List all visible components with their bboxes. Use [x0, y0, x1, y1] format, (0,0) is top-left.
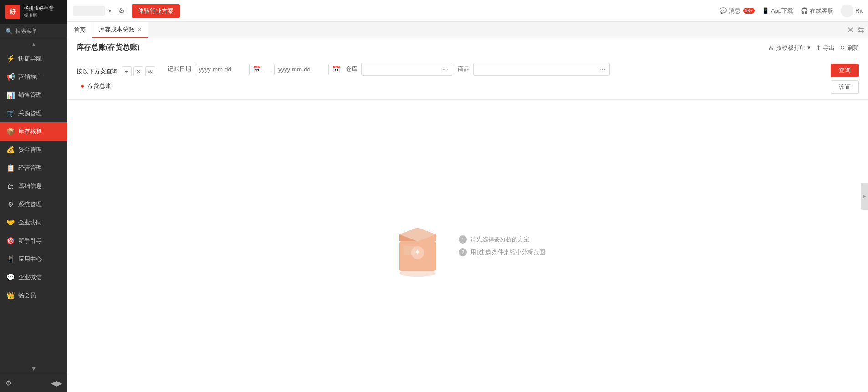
sidebar-search[interactable]: 🔍 搜索菜单: [0, 24, 67, 39]
print-icon: 🖨: [768, 44, 774, 51]
sidebar-item-label: 应用中心: [18, 255, 42, 263]
print-label: 按模板打印: [776, 44, 806, 52]
sidebar-bottom: ⚙ ◀▶: [0, 374, 67, 392]
user-area[interactable]: Rit: [841, 5, 863, 17]
sidebar-item-app-center[interactable]: 📱 应用中心: [0, 250, 67, 268]
hint-text-2: 用[过滤]条件来缩小分析范围: [470, 248, 545, 256]
collapse-scheme-btn[interactable]: ≪: [145, 66, 155, 76]
scheme-icon: ●: [80, 82, 85, 90]
sidebar-item-guide[interactable]: 🎯 新手引导: [0, 232, 67, 250]
export-btn[interactable]: ⬆ 导出: [816, 44, 835, 52]
export-label: 导出: [823, 44, 835, 52]
tab-inventory-cost[interactable]: 库存成本总账 ✕: [92, 22, 148, 38]
quick-nav-icon: ⚡: [6, 55, 15, 63]
sidebar-item-basic-info[interactable]: 🗂 基础信息: [0, 177, 67, 195]
query-btn[interactable]: 查询: [831, 64, 859, 77]
nav-placeholder: [73, 6, 105, 16]
sidebar-item-label: 营销推广: [18, 73, 42, 81]
main-content: ▾ ⚙ 体验行业方案 💬 消息 99+ 📱 App下载 🎧 在线客服 Rit: [67, 0, 868, 392]
goods-select[interactable]: ···: [473, 63, 610, 76]
tab-close-icon[interactable]: ✕: [137, 26, 142, 33]
print-btn[interactable]: 🖨 按模板打印 ▾: [768, 44, 811, 52]
app-download-item[interactable]: 📱 App下载: [762, 7, 793, 15]
empty-illustration: ✦: [390, 219, 445, 273]
sidebar-item-funds[interactable]: 💰 资金管理: [0, 141, 67, 159]
date-end-input[interactable]: [274, 64, 329, 75]
hint-text-1: 请先选择要分析的方案: [470, 235, 530, 244]
user-name: Rit: [855, 7, 863, 14]
dropdown-btn[interactable]: ▾: [108, 7, 112, 14]
hint-num-2: 2: [459, 248, 467, 256]
page-title: 库存总账(存货总账): [77, 43, 140, 52]
goods-label: 商品: [458, 65, 470, 73]
wechat-icon: 💬: [6, 273, 15, 281]
sidebar-item-marketing[interactable]: 📢 营销推广: [0, 68, 67, 86]
goods-filter-row: 商品 ···: [458, 63, 610, 76]
hint-item-2: 2 用[过滤]条件来缩小分析范围: [459, 248, 545, 256]
sidebar-item-wechat[interactable]: 💬 企业微信: [0, 268, 67, 286]
sidebar-item-label: 畅会员: [18, 291, 36, 300]
sidebar-item-sales[interactable]: 📊 销售管理: [0, 86, 67, 104]
funds-icon: 💰: [6, 146, 15, 154]
expand-icon[interactable]: ⇆: [858, 25, 864, 35]
panel-toggle-icon: ▶: [863, 193, 866, 199]
collapse-icon[interactable]: ◀▶: [51, 379, 62, 387]
sidebar-scroll-down[interactable]: ▼: [0, 363, 67, 374]
right-panel-toggle[interactable]: ▶: [861, 183, 868, 210]
scheme-item-inventory[interactable]: ● 存货总账: [77, 80, 158, 92]
sidebar-item-enterprise[interactable]: 🤝 企业协同: [0, 214, 67, 232]
filter-label-btns: + ✕ ≪: [122, 66, 155, 76]
message-badge: 99+: [743, 8, 755, 14]
filter-label-text: 按以下方案查询: [77, 67, 118, 76]
sidebar-item-system[interactable]: ⚙ 系统管理: [0, 195, 67, 214]
empty-hints: 1 请先选择要分析的方案 2 用[过滤]条件来缩小分析范围: [459, 235, 545, 256]
tab-home[interactable]: 首页: [67, 22, 92, 38]
tab-home-label: 首页: [74, 26, 86, 34]
sidebar-item-quick-nav[interactable]: ⚡ 快捷导航: [0, 50, 67, 68]
sidebar-item-label: 新手引导: [18, 237, 42, 245]
export-icon: ⬆: [816, 44, 821, 51]
sidebar-search-label: 搜索菜单: [15, 27, 37, 35]
sidebar-item-label: 采购管理: [18, 109, 42, 117]
message-item[interactable]: 💬 消息 99+: [720, 7, 755, 15]
tab-close-area: ✕ ⇆: [847, 25, 868, 35]
tab-inventory-cost-label: 库存成本总账: [99, 25, 134, 34]
date-start-input[interactable]: [195, 64, 250, 75]
add-scheme-btn[interactable]: +: [122, 66, 132, 76]
sidebar-item-vip[interactable]: 👑 畅会员: [0, 286, 67, 305]
settings-btn[interactable]: 设置: [831, 80, 859, 94]
app-name: 畅捷通好生意: [24, 5, 54, 12]
sidebar-scroll-up[interactable]: ▲: [0, 39, 67, 50]
inventory-icon: 📦: [6, 127, 15, 136]
user-avatar: [841, 5, 853, 17]
calendar-end-icon[interactable]: 📅: [332, 66, 340, 73]
goods-more-icon[interactable]: ···: [600, 65, 606, 73]
app-version: 标准版: [24, 12, 54, 19]
sidebar-item-label: 系统管理: [18, 200, 42, 209]
warehouse-label: 仓库: [346, 65, 357, 73]
guide-icon: 🎯: [6, 237, 15, 245]
empty-state: ✦ 1 请先选择要分析的方案 2 用[过滤]条件来缩小分析范围: [67, 100, 868, 392]
sidebar-item-purchase[interactable]: 🛒 采购管理: [0, 104, 67, 122]
sidebar-item-operation[interactable]: 📋 经营管理: [0, 159, 67, 177]
delete-scheme-btn[interactable]: ✕: [133, 66, 143, 76]
system-icon: ⚙: [6, 200, 15, 209]
app-download-label: App下载: [771, 7, 793, 15]
refresh-btn[interactable]: ↺ 刷新: [840, 44, 859, 52]
warehouse-more-icon[interactable]: ···: [442, 65, 448, 73]
page-content: 库存总账(存货总账) 🖨 按模板打印 ▾ ⬆ 导出 ↺ 刷新: [67, 38, 868, 392]
sidebar-item-label: 企业协同: [18, 219, 42, 227]
refresh-label: 刷新: [847, 44, 859, 52]
calendar-start-icon[interactable]: 📅: [253, 66, 261, 73]
empty-state-content: ✦ 1 请先选择要分析的方案 2 用[过滤]条件来缩小分析范围: [390, 219, 545, 273]
warehouse-select[interactable]: ···: [361, 63, 452, 76]
header-settings-icon[interactable]: ⚙: [115, 5, 128, 17]
close-panel-icon[interactable]: ✕: [847, 25, 854, 35]
enterprise-icon: 🤝: [6, 219, 15, 227]
sidebar-item-inventory[interactable]: 📦 库存核算: [0, 122, 67, 141]
online-service-item[interactable]: 🎧 在线客服: [801, 7, 833, 15]
filter-area: 按以下方案查询 + ✕ ≪ ● 存货总账 记账日期 📅: [67, 57, 868, 100]
message-label: 消息: [729, 7, 740, 15]
industry-btn[interactable]: 体验行业方案: [132, 4, 180, 18]
settings-bottom-icon[interactable]: ⚙: [5, 379, 12, 387]
